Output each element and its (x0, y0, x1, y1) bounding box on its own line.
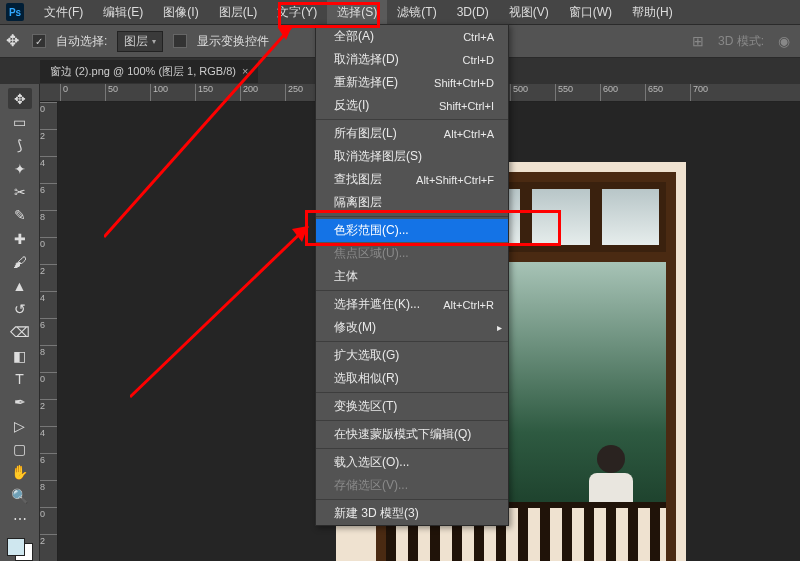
ruler-tick: 2 (40, 129, 57, 141)
ruler-tick: 6 (40, 183, 57, 195)
menu-item: 存储选区(V)... (316, 474, 508, 497)
path-select-tool[interactable]: ▷ (8, 415, 32, 436)
menu-item-label: 所有图层(L) (334, 125, 397, 142)
show-transform-checkbox[interactable] (173, 34, 187, 48)
close-tab-icon[interactable]: × (242, 65, 248, 77)
menu-item[interactable]: 修改(M) (316, 316, 508, 339)
menu-image[interactable]: 图像(I) (153, 0, 208, 24)
menu-item[interactable]: 查找图层Alt+Shift+Ctrl+F (316, 168, 508, 191)
menu-item-label: 重新选择(E) (334, 74, 398, 91)
menu-item-label: 选择并遮住(K)... (334, 296, 420, 313)
menu-item-label: 载入选区(O)... (334, 454, 409, 471)
menu-select[interactable]: 选择(S) (327, 0, 387, 24)
auto-select-checkbox[interactable]: ✓ (32, 34, 46, 48)
eyedropper-tool[interactable]: ✎ (8, 205, 32, 226)
menu-separator (316, 216, 508, 217)
menu-item-shortcut: Alt+Ctrl+R (443, 299, 494, 311)
select-dropdown: 全部(A)Ctrl+A取消选择(D)Ctrl+D重新选择(E)Shift+Ctr… (315, 24, 509, 526)
menu-item-shortcut: Ctrl+A (463, 31, 494, 43)
menu-item[interactable]: 选择并遮住(K)...Alt+Ctrl+R (316, 293, 508, 316)
healing-tool[interactable]: ✚ (8, 228, 32, 249)
lasso-tool[interactable]: ⟆ (8, 135, 32, 156)
stamp-tool[interactable]: ▲ (8, 275, 32, 296)
menu-help[interactable]: 帮助(H) (622, 0, 683, 24)
document-tab-title: 窗边 (2).png @ 100% (图层 1, RGB/8) (50, 64, 236, 79)
menu-separator (316, 420, 508, 421)
ruler-tick: 0 (40, 237, 57, 249)
ruler-tick: 600 (600, 84, 618, 101)
ruler-tick: 500 (510, 84, 528, 101)
menu-item-shortcut: Alt+Shift+Ctrl+F (416, 174, 494, 186)
menu-file[interactable]: 文件(F) (34, 0, 93, 24)
menu-item[interactable]: 色彩范围(C)... (316, 219, 508, 242)
menu-item-label: 扩大选取(G) (334, 347, 399, 364)
menu-item: 焦点区域(U)... (316, 242, 508, 265)
menu-item[interactable]: 扩大选取(G) (316, 344, 508, 367)
menu-item[interactable]: 重新选择(E)Shift+Ctrl+D (316, 71, 508, 94)
brush-tool[interactable]: 🖌 (8, 252, 32, 273)
marquee-tool[interactable]: ▭ (8, 111, 32, 132)
auto-select-target-value: 图层 (124, 33, 148, 50)
color-swatches[interactable] (7, 538, 33, 561)
menu-item[interactable]: 载入选区(O)... (316, 451, 508, 474)
ruler-tick: 0 (40, 102, 57, 114)
menu-layer[interactable]: 图层(L) (209, 0, 268, 24)
menu-item[interactable]: 隔离图层 (316, 191, 508, 214)
hand-tool[interactable]: ✋ (8, 462, 32, 483)
show-transform-label: 显示变换控件 (197, 33, 269, 50)
mode3d-label: 3D 模式: (718, 33, 764, 50)
align-icon[interactable]: ⊞ (692, 33, 704, 49)
menu-item[interactable]: 变换选区(T) (316, 395, 508, 418)
menu-3d[interactable]: 3D(D) (447, 0, 499, 24)
ruler-tick: 50 (105, 84, 118, 101)
gradient-tool[interactable]: ◧ (8, 345, 32, 366)
menu-item[interactable]: 取消选择(D)Ctrl+D (316, 48, 508, 71)
pen-tool[interactable]: ✒ (8, 392, 32, 413)
ruler-tick: 0 (40, 507, 57, 519)
menu-window[interactable]: 窗口(W) (559, 0, 622, 24)
mode3d-icon[interactable]: ◉ (778, 33, 790, 49)
menu-item-label: 查找图层 (334, 171, 382, 188)
magic-wand-tool[interactable]: ✦ (8, 158, 32, 179)
menu-filter[interactable]: 滤镜(T) (387, 0, 446, 24)
move-tool[interactable]: ✥ (8, 88, 32, 109)
menu-item[interactable]: 所有图层(L)Alt+Ctrl+A (316, 122, 508, 145)
menu-item[interactable]: 新建 3D 模型(3) (316, 502, 508, 525)
menu-item[interactable]: 在快速蒙版模式下编辑(Q) (316, 423, 508, 446)
type-tool[interactable]: T (8, 368, 32, 389)
menu-item[interactable]: 全部(A)Ctrl+A (316, 25, 508, 48)
zoom-tool[interactable]: 🔍 (8, 485, 32, 506)
menu-type[interactable]: 文字(Y) (267, 0, 327, 24)
foreground-color[interactable] (7, 538, 25, 556)
menu-item-shortcut: Alt+Ctrl+A (444, 128, 494, 140)
menu-view[interactable]: 视图(V) (499, 0, 559, 24)
menu-item[interactable]: 取消选择图层(S) (316, 145, 508, 168)
menu-edit[interactable]: 编辑(E) (93, 0, 153, 24)
menu-item-shortcut: Shift+Ctrl+I (439, 100, 494, 112)
eraser-tool[interactable]: ⌫ (8, 322, 32, 343)
history-brush-tool[interactable]: ↺ (8, 298, 32, 319)
auto-select-target[interactable]: 图层 ▾ (117, 31, 163, 52)
ruler-tick: 2 (40, 264, 57, 276)
edit-toolbar[interactable]: ⋯ (8, 508, 32, 529)
ruler-tick: 100 (150, 84, 168, 101)
menu-item-label: 变换选区(T) (334, 398, 397, 415)
ps-logo: Ps (6, 3, 24, 21)
menu-item[interactable]: 主体 (316, 265, 508, 288)
crop-tool[interactable]: ✂ (8, 181, 32, 202)
tools-panel: ✥ ▭ ⟆ ✦ ✂ ✎ ✚ 🖌 ▲ ↺ ⌫ ◧ T ✒ ▷ ▢ ✋ 🔍 ⋯ (0, 84, 40, 561)
menu-separator (316, 290, 508, 291)
ruler-vertical[interactable]: 02468024680246802 (40, 102, 58, 561)
menu-separator (316, 341, 508, 342)
menu-item[interactable]: 反选(I)Shift+Ctrl+I (316, 94, 508, 117)
menu-item-label: 反选(I) (334, 97, 369, 114)
rectangle-tool[interactable]: ▢ (8, 438, 32, 459)
menu-item-shortcut: Ctrl+D (463, 54, 494, 66)
menu-item[interactable]: 选取相似(R) (316, 367, 508, 390)
menu-item-label: 焦点区域(U)... (334, 245, 409, 262)
ruler-tick: 150 (195, 84, 213, 101)
menu-item-label: 取消选择(D) (334, 51, 399, 68)
ruler-tick: 6 (40, 318, 57, 330)
ruler-tick: 4 (40, 291, 57, 303)
document-tab[interactable]: 窗边 (2).png @ 100% (图层 1, RGB/8) × (40, 60, 258, 83)
